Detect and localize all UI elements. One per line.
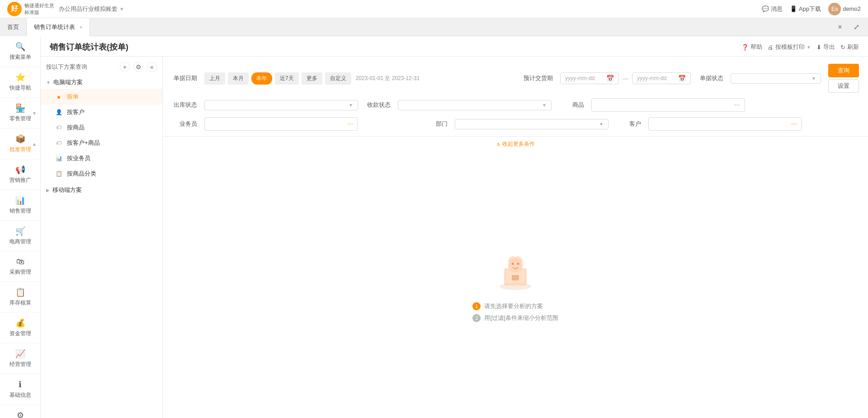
tree-item-by-goods-label: 按商品 xyxy=(67,124,85,132)
scheme-settings-button[interactable]: ⚙ xyxy=(133,62,143,72)
payment-status-select[interactable]: ▼ xyxy=(398,100,552,110)
tree-item-by-customer[interactable]: 👤 按客户 xyxy=(41,104,162,120)
message-button[interactable]: 💬 消息 xyxy=(762,5,783,13)
tree-item-by-goods-category[interactable]: 📋 按商品分类 xyxy=(41,166,162,181)
logo-area: 好 畅捷通好生意 标准版 xyxy=(7,2,54,16)
sidebar-item-inventory[interactable]: 📋 库存核算 xyxy=(0,282,40,313)
tree-item-by-customer-goods[interactable]: 🏷 按客户+商品 xyxy=(41,135,162,151)
app-title-area[interactable]: 办公用品行业模拟账套 ▼ xyxy=(59,5,124,13)
tip-text-1: 请先选择要分析的方案 xyxy=(484,302,543,310)
date-btn-more[interactable]: 更多 xyxy=(302,72,322,85)
sidebar-item-search[interactable]: 🔍 搜索菜单 xyxy=(0,36,40,67)
date-btn-this-month[interactable]: 本月 xyxy=(228,72,249,85)
add-scheme-button[interactable]: + xyxy=(120,62,130,72)
tree-item-by-goods[interactable]: 🏷 按商品 xyxy=(41,120,162,135)
empty-illustration xyxy=(493,248,538,293)
avatar: Ea xyxy=(828,3,841,15)
sidebar-item-sales[interactable]: 📊 销售管理 xyxy=(0,190,40,221)
sidebar-item-basic-info[interactable]: ℹ 基础信息 xyxy=(0,374,40,405)
goods-label: 商品 xyxy=(559,101,584,109)
expected-date-from[interactable]: yyyy-mm-dd 📅 xyxy=(560,72,619,84)
panel-header: 按以下方案查询 + ⚙ « xyxy=(41,62,162,76)
tree-expand-icon-mobile: ▶ xyxy=(46,188,50,193)
export-button[interactable]: ⬇ 导出 xyxy=(816,43,835,51)
date-btn-custom[interactable]: 自定义 xyxy=(325,72,351,85)
app-title-dropdown-icon[interactable]: ▼ xyxy=(119,6,124,12)
department-select[interactable]: ▼ xyxy=(455,119,609,129)
star-icon: ⭐ xyxy=(15,72,25,82)
calendar-icon-to: 📅 xyxy=(678,75,686,82)
tree-item-by-order[interactable]: ● 按单 xyxy=(41,89,162,104)
app-title-text: 办公用品行业模拟账套 xyxy=(59,5,118,13)
retail-icon: 🏪 xyxy=(15,103,25,113)
status-select[interactable]: ▼ xyxy=(731,73,821,84)
refresh-button[interactable]: ↻ 刷新 xyxy=(840,43,859,51)
filter-row-3: 业务员 ··· 部门 ▼ 客户 xyxy=(172,117,859,131)
user-profile[interactable]: Ea demo2 xyxy=(828,3,861,15)
sidebar: 🔍 搜索菜单 ⭐ 快捷导航 🏪 零售管理 ▼ 📦 批发管理 ▲ 📢 营销推广 📊… xyxy=(0,36,41,418)
tree-section-mobile-header[interactable]: ▶ 移动端方案 xyxy=(41,183,162,197)
sidebar-item-finance[interactable]: 💰 资金管理 xyxy=(0,313,40,343)
sidebar-item-system[interactable]: ⚙ 系统管理 xyxy=(0,405,40,418)
salesperson-select[interactable]: ··· xyxy=(204,117,358,131)
wholesale-icon: 📦 xyxy=(15,134,25,144)
department-label: 部门 xyxy=(422,120,448,128)
out-status-label: 出库状态 xyxy=(172,101,197,109)
filter-area: 单据日期 上月 本月 本年 近7天 更多 自定义 2023-01-01 至 20… xyxy=(163,57,868,137)
sidebar-item-purchase[interactable]: 🛍 采购管理 xyxy=(0,252,40,282)
management-icon: 📈 xyxy=(15,349,25,359)
date-btn-this-year[interactable]: 本年 xyxy=(251,72,272,85)
empty-tips: 1 请先选择要分析的方案 2 用[过滤]条件来缩小分析范围 xyxy=(472,302,558,322)
chevron-down-status: ▼ xyxy=(811,76,816,81)
date-btn-last-month[interactable]: 上月 xyxy=(204,72,225,85)
out-status-select[interactable]: ▼ xyxy=(204,100,358,110)
tab-maximize-button[interactable]: ⤢ xyxy=(850,21,863,33)
goods-field: ··· xyxy=(591,98,859,112)
date-btn-7-days[interactable]: 近7天 xyxy=(275,72,299,85)
message-icon: 💬 xyxy=(762,5,769,12)
goods-more-icon[interactable]: ··· xyxy=(734,101,740,109)
finance-icon: 💰 xyxy=(15,318,25,328)
print-button[interactable]: 🖨 按模板打印 ▼ xyxy=(768,43,811,51)
tab-sales-order-stats[interactable]: 销售订单统计表 × xyxy=(27,18,90,36)
sidebar-item-marketing[interactable]: 📢 营销推广 xyxy=(0,159,40,190)
salesperson-field: ··· xyxy=(204,117,415,131)
customer-select[interactable]: ··· xyxy=(648,117,802,131)
content-area: 销售订单统计表(按单) ❓ 帮助 🖨 按模板打印 ▼ ⬇ 导出 ↻ 刷新 xyxy=(41,36,868,418)
settings-button[interactable]: 设置 xyxy=(828,79,859,93)
sidebar-item-ecommerce[interactable]: 🛒 电商管理 xyxy=(0,221,40,252)
tree-section-desktop: ▼ 电脑端方案 ● 按单 👤 按客户 🏷 按商品 xyxy=(41,76,162,181)
sidebar-item-management[interactable]: 📈 经营管理 xyxy=(0,343,40,374)
tree-item-by-salesperson[interactable]: 📊 按业务员 xyxy=(41,151,162,166)
customer-more-icon[interactable]: ··· xyxy=(791,120,797,128)
chevron-up-icon: ▲ xyxy=(32,141,37,146)
marketing-icon: 📢 xyxy=(15,165,25,175)
sidebar-item-nav[interactable]: ⭐ 快捷导航 xyxy=(0,67,40,98)
purchase-icon: 🛍 xyxy=(16,257,24,266)
app-download-button[interactable]: 📱 App下载 xyxy=(790,5,821,13)
query-button[interactable]: 查询 xyxy=(828,64,859,77)
panel-collapse-button[interactable]: « xyxy=(147,62,157,72)
goods-select[interactable]: ··· xyxy=(591,98,745,112)
chevron-down-out-status: ▼ xyxy=(349,103,353,108)
collapse-bar[interactable]: ∧ 收起更多条件 xyxy=(163,137,868,152)
topbar-left: 好 畅捷通好生意 标准版 办公用品行业模拟账套 ▼ xyxy=(7,2,124,16)
salesperson-label: 业务员 xyxy=(172,120,197,128)
tree-section-desktop-header[interactable]: ▼ 电脑端方案 xyxy=(41,76,162,89)
tab-minimize-button[interactable]: × xyxy=(834,21,846,33)
expected-date-to[interactable]: yyyy-mm-dd 📅 xyxy=(632,72,691,84)
tree-section-mobile: ▶ 移动端方案 xyxy=(41,183,162,197)
salesperson-more-icon[interactable]: ··· xyxy=(347,120,353,128)
sidebar-item-retail[interactable]: 🏪 零售管理 ▼ xyxy=(0,98,40,128)
tab-close-button[interactable]: × xyxy=(80,24,82,30)
help-button[interactable]: ❓ 帮助 xyxy=(741,43,762,51)
sidebar-item-wholesale[interactable]: 📦 批发管理 ▲ xyxy=(0,128,40,159)
chevron-down-payment: ▼ xyxy=(542,103,547,108)
right-panel: 单据日期 上月 本月 本年 近7天 更多 自定义 2023-01-01 至 20… xyxy=(163,57,868,418)
inner-layout: 按以下方案查询 + ⚙ « ▼ 电脑端方案 ● 按单 xyxy=(41,57,868,418)
calendar-icon-from: 📅 xyxy=(606,75,614,82)
tab-home[interactable]: 首页 xyxy=(0,18,27,36)
empty-state: 1 请先选择要分析的方案 2 用[过滤]条件来缩小分析范围 xyxy=(163,152,868,418)
empty-tip-2: 2 用[过滤]条件来缩小分析范围 xyxy=(472,314,558,322)
tree-item-by-customer-goods-label: 按客户+商品 xyxy=(67,139,100,147)
